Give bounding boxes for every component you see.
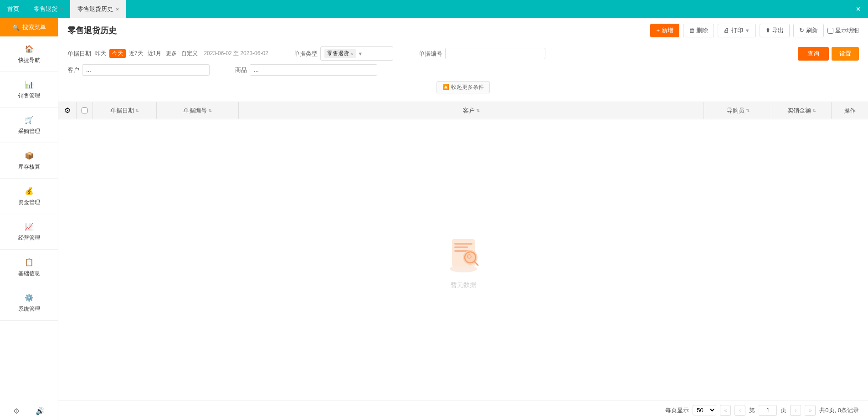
date-shortcut-今天[interactable]: 今天 [109, 49, 126, 58]
sidebar-item-label-quick-nav: 快捷导航 [18, 56, 40, 64]
filter-row-2: 客户 ... 商品 ... [67, 64, 859, 76]
customer-select[interactable]: ... [82, 64, 210, 76]
col-header-amount[interactable]: 实销金额 ⇅ [772, 102, 832, 119]
sidebar-item-label-purchase-mgmt: 采购管理 [18, 128, 40, 135]
collapse-button[interactable]: 🔼 收起更多条件 [437, 81, 489, 93]
operations-icon: 📈 [24, 221, 34, 231]
settings-icon[interactable]: ⚙ [13, 407, 20, 415]
date-filter: 单据日期 昨天今天近7天近1月更多自定义 2023-06-02 至 2023-0… [67, 49, 268, 58]
first-page-button[interactable]: « [720, 405, 731, 416]
type-tag-value: 零售退货 [327, 50, 349, 57]
col-date-sort-icon: ⇅ [135, 108, 139, 113]
sidebar-menu: 🏠快捷导航📊销售管理🛒采购管理📦库存核算💰资金管理📈经营管理📋基础信息⚙️系统管… [0, 36, 58, 402]
type-filter: 单据类型 零售退货 × ▼ [294, 46, 393, 61]
tab-close-icon[interactable]: × [116, 6, 118, 12]
col-header-date[interactable]: 单据日期 ⇅ [93, 102, 157, 119]
col-header-guide[interactable]: 导购员 ⇅ [704, 102, 772, 119]
sidebar-item-sales-mgmt[interactable]: 📊销售管理 [0, 72, 58, 108]
print-button[interactable]: 🖨 打印 ▼ [718, 24, 756, 37]
goods-label: 商品 [235, 66, 247, 74]
column-settings-button[interactable]: ⚙ [58, 102, 77, 119]
col-header-number[interactable]: 单据编号 ⇅ [157, 102, 239, 119]
col-number-label: 单据编号 [183, 107, 207, 115]
query-button[interactable]: 查询 [798, 47, 829, 61]
audio-icon[interactable]: 🔊 [36, 407, 45, 415]
date-shortcut-自定义[interactable]: 自定义 [180, 49, 199, 58]
sidebar-item-label-inventory: 库存核算 [18, 163, 40, 171]
number-filter: 单据编号 [419, 48, 545, 59]
tab-零售退货历史[interactable]: 零售退货历史× [70, 0, 126, 18]
sidebar-item-operations[interactable]: 📈经营管理 [0, 214, 58, 250]
date-shortcut-昨天[interactable]: 昨天 [94, 49, 108, 58]
print-label: 🖨 打印 [724, 26, 743, 35]
main-layout: 🔍 搜索菜单 🏠快捷导航📊销售管理🛒采购管理📦库存核算💰资金管理📈经营管理📋基础… [0, 18, 868, 420]
select-all-checkbox[interactable] [82, 108, 87, 113]
empty-icon [441, 230, 486, 276]
col-action-label: 操作 [844, 107, 856, 115]
sales-mgmt-icon: 📊 [24, 79, 34, 89]
new-button[interactable]: + 新增 [650, 24, 679, 37]
page-number-input[interactable] [759, 405, 777, 416]
filter-area: 单据日期 昨天今天近7天近1月更多自定义 2023-06-02 至 2023-0… [67, 42, 859, 102]
show-detail-checkbox[interactable] [827, 28, 833, 34]
show-detail-text: 显示明细 [835, 26, 859, 35]
customer-placeholder: ... [86, 67, 91, 73]
content-area: 零售退货历史 + 新增 🗑 删除 🖨 打印 ▼ ⬆ 导出 ↻ 刷新 显示明细 [58, 18, 868, 420]
number-input[interactable] [445, 48, 545, 59]
show-detail-label[interactable]: 显示明细 [827, 26, 859, 35]
tab-close-icon[interactable]: × [60, 6, 63, 12]
sidebar-item-quick-nav[interactable]: 🏠快捷导航 [0, 36, 58, 72]
export-button[interactable]: ⬆ 导出 [760, 24, 790, 37]
col-header-customer[interactable]: 客户 ⇅ [239, 102, 704, 119]
type-tag-close[interactable]: × [350, 51, 353, 56]
tab-bar: 首页零售退货×零售退货历史× [0, 0, 848, 18]
type-dropdown-icon: ▼ [358, 51, 363, 56]
date-shortcut-近1月[interactable]: 近1月 [146, 49, 163, 58]
sidebar-item-label-system-mgmt: 系统管理 [18, 305, 40, 313]
total-record-label: 共0页, 0条记录 [819, 406, 859, 415]
col-number-sort-icon: ⇅ [208, 108, 212, 113]
page-unit: 页 [781, 406, 786, 415]
prev-page-button[interactable]: ‹ [734, 405, 745, 416]
filter-divider: 🔼 收起更多条件 [67, 79, 859, 95]
delete-button[interactable]: 🗑 删除 [683, 24, 714, 37]
window-close-button[interactable]: × [848, 5, 868, 14]
col-guide-sort-icon: ⇅ [746, 108, 750, 113]
tab-首页[interactable]: 首页 [0, 0, 26, 18]
settings-button[interactable]: 设置 [832, 47, 859, 61]
sidebar-item-finance[interactable]: 💰资金管理 [0, 179, 58, 214]
per-page-select[interactable]: 50 10 20 100 [693, 405, 716, 415]
type-select[interactable]: 零售退货 × ▼ [320, 46, 393, 61]
sidebar-item-label-basic-info: 基础信息 [18, 270, 40, 277]
goods-select[interactable]: ... [250, 64, 377, 76]
refresh-button[interactable]: ↻ 刷新 [793, 24, 824, 37]
empty-state: 暂无数据 [58, 119, 868, 400]
goods-filter: 商品 ... [235, 64, 377, 76]
sidebar-item-inventory[interactable]: 📦库存核算 [0, 143, 58, 179]
next-page-button[interactable]: › [790, 405, 801, 416]
select-all-column[interactable] [77, 102, 93, 119]
svg-rect-3 [454, 246, 468, 248]
col-header-action: 操作 [832, 102, 868, 119]
col-customer-sort-icon: ⇅ [476, 108, 480, 113]
table-container: ⚙ 单据日期 ⇅ 单据编号 ⇅ 客户 ⇅ 导购员 [58, 102, 868, 420]
last-page-button[interactable]: » [805, 405, 816, 416]
filter-row-1: 单据日期 昨天今天近7天近1月更多自定义 2023-06-02 至 2023-0… [67, 46, 859, 61]
search-icon: 🔍 [12, 24, 20, 31]
col-guide-label: 导购员 [727, 107, 745, 115]
sidebar-item-label-operations: 经营管理 [18, 234, 40, 242]
sidebar-item-basic-info[interactable]: 📋基础信息 [0, 250, 58, 285]
sidebar-item-label-sales-mgmt: 销售管理 [18, 92, 40, 100]
page-header: 零售退货历史 + 新增 🗑 删除 🖨 打印 ▼ ⬆ 导出 ↻ 刷新 显示明细 [58, 18, 868, 102]
type-label: 单据类型 [294, 50, 318, 58]
date-shortcut-更多[interactable]: 更多 [164, 49, 178, 58]
sidebar-item-system-mgmt[interactable]: ⚙️系统管理 [0, 285, 58, 321]
svg-line-7 [474, 261, 478, 265]
tab-零售退货[interactable]: 零售退货× [26, 0, 70, 18]
col-customer-label: 客户 [463, 107, 475, 115]
sidebar-search[interactable]: 🔍 搜索菜单 [0, 18, 58, 36]
sidebar-item-purchase-mgmt[interactable]: 🛒采购管理 [0, 108, 58, 143]
finance-icon: 💰 [24, 186, 34, 196]
per-page-label: 每页显示 [665, 406, 689, 415]
date-shortcut-近7天[interactable]: 近7天 [128, 49, 144, 58]
